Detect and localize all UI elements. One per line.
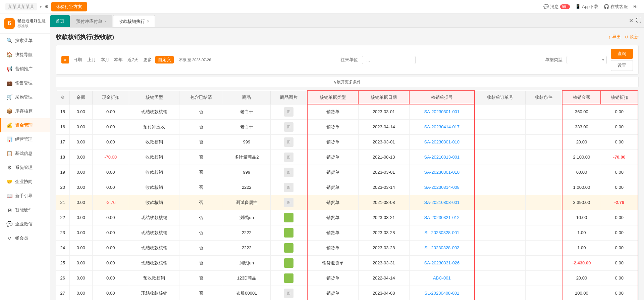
cell-goods-image xyxy=(270,225,307,240)
cell-receipt-order-no xyxy=(475,210,525,225)
marketing-icon: 📢 xyxy=(6,66,12,72)
cell-cancel-doc-date: 2023-03-14 xyxy=(358,180,409,195)
cell-cancel-doc-date: 2023-03-28 xyxy=(358,240,409,255)
col-settings[interactable]: ⚙ xyxy=(56,91,69,104)
cancel-doc-no-link[interactable]: SA-20230301-010 xyxy=(424,139,460,144)
expand-chevron-icon: ∨ xyxy=(334,80,337,85)
cell-include-settled: 否 xyxy=(179,165,223,180)
sidebar-label-inventory: 库存核算 xyxy=(15,108,33,114)
date-opt-this-month[interactable]: 本月 xyxy=(99,56,111,63)
cell-cancel-type: 收款核销 xyxy=(129,165,179,180)
refresh-label: 刷新 xyxy=(630,34,639,40)
from-unit-input[interactable]: ... xyxy=(362,56,416,64)
cancel-doc-no-link[interactable]: ABC-001 xyxy=(433,275,451,281)
cell-receipt-order-no xyxy=(475,255,525,270)
cancel-doc-no-link[interactable]: SA-20230414-017 xyxy=(424,124,460,129)
cell-cancel-doc-date: 2021-08-13 xyxy=(358,149,409,165)
cell-include-settled: 否 xyxy=(179,180,223,195)
message-group[interactable]: 💬 消息 99+ xyxy=(543,4,570,10)
cell-cash-discount: 0.00 xyxy=(92,119,129,134)
cell-include-settled: 否 xyxy=(179,225,223,240)
tab-collection-close-icon[interactable]: × xyxy=(147,19,149,24)
cancel-doc-no-link[interactable]: SA-20230321-012 xyxy=(424,215,460,220)
cancel-doc-no-link[interactable]: SA-20230314-008 xyxy=(424,185,460,190)
cancel-doc-no-link[interactable]: SA-20210808-001 xyxy=(424,200,460,205)
logo-icon: 6 xyxy=(4,18,15,29)
table-row: 15 0.00 0.00 现结收款核销 否 老白干 图 销货单 2023-03-… xyxy=(56,104,638,119)
top-bar: 某某某某某某 ▾ ⚙ 休验行业方案 💬 消息 99+ 📱 App下载 🎧 在线客… xyxy=(0,0,644,13)
cell-goods: 2222 xyxy=(223,180,270,195)
company-name[interactable]: 某某某某某某 xyxy=(5,3,37,10)
cell-cancel-amount: 1.00 xyxy=(562,225,601,240)
cell-cancel-doc-no: ABC-001 xyxy=(409,270,475,286)
tab-advance-close-icon[interactable]: × xyxy=(104,19,107,24)
table-settings-icon[interactable]: ⚙ xyxy=(61,95,65,100)
sidebar-item-enterprise[interactable]: 🤝 企业协同 xyxy=(0,175,50,189)
sidebar-item-basic[interactable]: 📋 基础信息 xyxy=(0,146,50,161)
refresh-button[interactable]: ↺ 刷新 xyxy=(625,34,639,40)
sidebar-item-operation[interactable]: 📊 经营管理 xyxy=(0,132,50,146)
cell-index: 24 xyxy=(56,240,69,255)
filter-expand-arrow[interactable]: » xyxy=(61,56,69,63)
export-button[interactable]: ↑ 导出 xyxy=(609,34,621,40)
cell-cancel-amount: 2,100.00 xyxy=(562,149,601,165)
cell-cash-discount: -2.76 xyxy=(92,195,129,210)
tab-bar-actions: ✕ ⛶ xyxy=(629,17,641,24)
cell-cancel-type: 现结收款核销 xyxy=(129,240,179,255)
date-opt-this-year[interactable]: 本年 xyxy=(113,56,124,63)
sidebar-item-wechat[interactable]: 💬 企业微信 xyxy=(0,217,50,231)
cancel-doc-no-link[interactable]: SA-20230301-001 xyxy=(424,109,460,114)
user-name-group[interactable]: Rit xyxy=(633,4,639,9)
app-download-group[interactable]: 📱 App下载 xyxy=(575,4,598,10)
col-header-cancel-amount: 核销金额 xyxy=(562,91,601,104)
cancel-doc-no-link[interactable]: SA-20230301-010 xyxy=(424,170,460,175)
sidebar-item-sales[interactable]: 💼 销售管理 xyxy=(0,76,50,90)
table-row: 19 0.00 0.00 收款核销 否 999 图 销货单 2023-03-01… xyxy=(56,165,638,180)
cancel-doc-no-link[interactable]: SA-20230331-026 xyxy=(424,260,460,265)
cell-cash-discount: 0.00 xyxy=(92,240,129,255)
message-icon: 💬 xyxy=(543,4,549,9)
cancel-doc-no-link[interactable]: SA-20210813-001 xyxy=(424,155,460,160)
tab-advance[interactable]: 预付冲应付单 × xyxy=(70,15,112,27)
date-opt-more[interactable]: 更多 xyxy=(142,56,153,63)
cell-cancel-doc-no: SL-20230328-001 xyxy=(409,225,475,240)
cell-receipt-condition xyxy=(525,180,562,195)
service-group[interactable]: 🎧 在线客服 xyxy=(604,4,628,10)
gear-icon[interactable]: ⚙ xyxy=(45,4,49,9)
sidebar-item-marketing[interactable]: 📢 营销推广 xyxy=(0,62,50,76)
cell-include-settled: 否 xyxy=(179,134,223,149)
date-opt-7days[interactable]: 近7天 xyxy=(126,56,140,63)
cell-receipt-condition xyxy=(525,286,562,300)
cancel-doc-no-link[interactable]: SL-20230408-001 xyxy=(424,291,459,296)
date-opt-last-month[interactable]: 上月 xyxy=(86,56,97,63)
tab-home[interactable]: 首页 xyxy=(50,15,70,27)
sidebar-item-inventory[interactable]: 📦 库存核算 xyxy=(0,104,50,118)
sidebar-item-quick[interactable]: 🏠 快捷导航 xyxy=(0,48,50,62)
solution-button[interactable]: 休验行业方案 xyxy=(51,2,87,11)
cell-cancel-type: 收款核销 xyxy=(129,134,179,149)
close-window-icon[interactable]: ✕ xyxy=(629,17,633,24)
cell-index: 26 xyxy=(56,270,69,286)
date-opt-custom[interactable]: 自定义 xyxy=(155,56,174,63)
cancel-doc-no-link[interactable]: SL-20230328-002 xyxy=(424,245,459,250)
sidebar-item-member[interactable]: V 畅会员 xyxy=(0,231,50,245)
cell-cancel-discount: 0.00 xyxy=(601,119,638,134)
sidebar-item-purchase[interactable]: 🛒 采购管理 xyxy=(0,90,50,104)
page-content: 收款核销执行(按收款) ↑ 导出 ↺ 刷新 » 日期 xyxy=(50,28,644,300)
cell-cancel-doc-type: 销货单 xyxy=(307,210,358,225)
query-button[interactable]: 查询 xyxy=(611,49,633,59)
sidebar-item-guide[interactable]: 📖 新手引导 xyxy=(0,189,50,203)
maximize-icon[interactable]: ⛶ xyxy=(636,17,641,24)
expand-more-row[interactable]: ∨ 展开更多条件 xyxy=(56,77,639,87)
cell-goods: 多计量商品2 xyxy=(223,149,270,165)
sidebar-item-system[interactable]: ⚙ 系统管理 xyxy=(0,161,50,175)
tab-collection[interactable]: 收款核销执行 × xyxy=(113,15,155,27)
sidebar-item-hardware[interactable]: 🖥 智能硬件 xyxy=(0,203,50,217)
cell-include-settled: 否 xyxy=(179,210,223,225)
sidebar-item-finance[interactable]: 💰 资金管理 xyxy=(0,118,50,132)
sidebar-item-search[interactable]: 🔍 搜索菜单 xyxy=(0,34,50,48)
settings-button[interactable]: 设置 xyxy=(611,60,633,71)
doc-type-select[interactable] xyxy=(567,56,607,64)
cancel-doc-no-link[interactable]: SL-20230328-001 xyxy=(424,230,459,235)
sidebar-label-hardware: 智能硬件 xyxy=(15,207,33,213)
